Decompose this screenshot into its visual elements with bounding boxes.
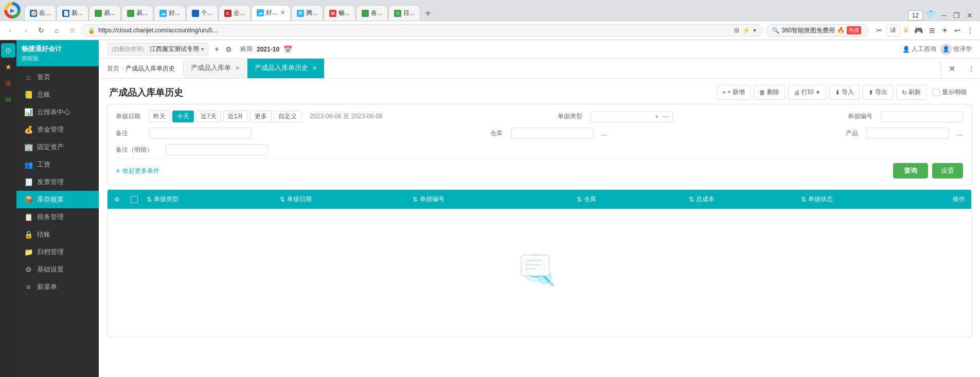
nav-item-basic-settings[interactable]: ⚙ 基础设置 bbox=[16, 261, 99, 278]
nav-item-payroll[interactable]: 👥 工资 bbox=[16, 156, 99, 173]
browser-tab-3[interactable]: 易... bbox=[89, 5, 121, 21]
nav-item-fund-mgmt[interactable]: 💰 资金管理 bbox=[16, 121, 99, 138]
date-btn-more[interactable]: 更多 bbox=[250, 111, 272, 122]
browser-tab-8[interactable]: ☁ 好... ✕ bbox=[251, 5, 291, 21]
date-btn-today[interactable]: 今天 bbox=[172, 111, 194, 122]
forward-button[interactable]: › bbox=[20, 24, 32, 37]
browser-tab-12[interactable]: S 目... bbox=[388, 5, 420, 21]
hot-label: 热搜 bbox=[847, 26, 861, 34]
home-nav-button[interactable]: ⌂ bbox=[50, 24, 63, 37]
nav-item-home[interactable]: ⌂ 首页 bbox=[16, 68, 99, 86]
date-btn-yesterday[interactable]: 昨天 bbox=[149, 111, 170, 122]
browser-tab-6[interactable]: 个... bbox=[186, 5, 218, 21]
delete-btn[interactable]: 🗑 删除 bbox=[754, 85, 785, 100]
tab-history-close[interactable]: ✕ bbox=[312, 65, 317, 71]
date-btn-custom[interactable]: 自定义 bbox=[274, 111, 301, 122]
collapse-btn[interactable]: ∧ 收起更多条件 bbox=[116, 167, 159, 175]
back-button[interactable]: ‹ bbox=[4, 24, 16, 37]
th-number[interactable]: ⇅ 单据编号 bbox=[408, 190, 573, 209]
company-select[interactable]: (勿删勿禁用） 江西服宝测试专用 ▾ bbox=[107, 43, 208, 56]
product-dots[interactable]: ... bbox=[957, 129, 963, 137]
calendar-icon[interactable]: 📅 bbox=[283, 45, 292, 53]
breadcrumb-home[interactable]: 首页 bbox=[107, 64, 119, 73]
browser-tab-2[interactable]: 📄 新... bbox=[57, 5, 88, 21]
panel-close-area: 首页 › 产成品入库单历史 产成品入库单 ✕ 产成品入库单历史 bbox=[99, 59, 980, 79]
nav-item-general-ledger[interactable]: 📒 总账 bbox=[16, 86, 99, 103]
minimize-button[interactable]: ─ bbox=[938, 10, 950, 21]
date-btn-7days[interactable]: 近7天 bbox=[196, 111, 221, 122]
dropdown-arrow[interactable]: ▾ bbox=[753, 27, 756, 34]
add-btn[interactable]: + + 新增 bbox=[717, 85, 751, 100]
new-tab-button[interactable]: + bbox=[421, 6, 435, 21]
tab-action-shirt[interactable]: 👕 bbox=[923, 9, 938, 21]
print-btn[interactable]: 🖨 打印 ▼ bbox=[788, 85, 826, 100]
browser-tab-5[interactable]: ☁ 好... bbox=[154, 5, 186, 21]
remarks-detail-input[interactable] bbox=[165, 144, 268, 155]
import-btn[interactable]: ⬇ 导入 bbox=[829, 85, 860, 100]
voucher-no-input[interactable] bbox=[881, 111, 963, 122]
browser-tab-10[interactable]: M 畅... bbox=[324, 5, 355, 21]
icon-sidebar-item-1[interactable]: ⊙ bbox=[1, 43, 15, 58]
th-cost[interactable]: ⇅ 总成本 bbox=[685, 190, 797, 209]
undo-tool[interactable]: ↩ bbox=[952, 25, 963, 35]
th-gear[interactable]: ⚙ bbox=[108, 191, 126, 208]
url-bar[interactable]: 🔒 https://cloud.chanjet.com/accounting/u… bbox=[81, 24, 763, 37]
date-btn-1month[interactable]: 近1月 bbox=[223, 111, 248, 122]
page-tab-history[interactable]: 产成品入库单历史 ✕ bbox=[247, 59, 324, 78]
nav-item-report-center[interactable]: 📊 云报表中心 bbox=[16, 103, 99, 121]
yen-tool[interactable]: ¥ bbox=[902, 25, 910, 35]
nav-item-invoice-mgmt[interactable]: 🧾 发票管理 bbox=[16, 173, 99, 191]
voucher-type-select[interactable]: ▾ ⋯ bbox=[591, 111, 673, 122]
icon-sidebar-item-2[interactable]: ★ bbox=[1, 60, 15, 74]
add-company-btn[interactable]: + bbox=[212, 45, 221, 54]
nav-item-inventory[interactable]: 📦 库存核算 bbox=[16, 191, 99, 208]
consultant-link[interactable]: 👤 人工咨询 bbox=[902, 45, 936, 53]
panel-close-btn[interactable]: ✕ bbox=[941, 61, 963, 77]
theme-tool[interactable]: ☀ bbox=[939, 25, 950, 35]
nav-item-closing[interactable]: 🔒 结账 bbox=[16, 226, 99, 243]
th-type[interactable]: ⇅ 单据类型 bbox=[142, 190, 276, 209]
nav-item-tax-mgmt[interactable]: 📋 税务管理 bbox=[16, 208, 99, 226]
close-button[interactable]: ✕ bbox=[964, 10, 976, 21]
nav-item-new-menu[interactable]: ≡ 新菜单 bbox=[16, 278, 99, 296]
query-btn[interactable]: 查询 bbox=[893, 163, 928, 178]
th-status[interactable]: ⇅ 单据状态 bbox=[797, 190, 930, 209]
tab-list-close[interactable]: ✕ bbox=[235, 65, 240, 71]
browser-tab-9[interactable]: 腾 腾... bbox=[291, 5, 323, 21]
game-tool[interactable]: 🎮 bbox=[912, 25, 925, 35]
product-input[interactable] bbox=[866, 128, 949, 139]
refresh-btn[interactable]: ↻ 刷新 bbox=[896, 85, 926, 100]
display-checkbox[interactable] bbox=[933, 89, 940, 96]
settings-tool[interactable]: ⋮ bbox=[965, 25, 976, 35]
browser-tab-11[interactable]: 各... bbox=[356, 5, 388, 21]
scissor-tool[interactable]: ✂ bbox=[874, 25, 884, 35]
nav-item-fixed-assets[interactable]: 🏢 固定资产 bbox=[16, 138, 99, 156]
search-bar[interactable]: 🔍 360智能抠图免费用 🔥 热搜 bbox=[766, 24, 869, 37]
icon-sidebar-item-4[interactable]: ✉ bbox=[1, 93, 15, 107]
translate-tool[interactable]: 译 bbox=[886, 25, 900, 37]
setting-filter-btn[interactable]: 设置 bbox=[932, 163, 963, 178]
refresh-nav-button[interactable]: ↻ bbox=[35, 24, 47, 37]
icon-sidebar-item-3[interactable]: 微 bbox=[1, 76, 15, 91]
nav-item-archive-mgmt[interactable]: 📁 归档管理 bbox=[16, 243, 99, 261]
new-menu-icon: ≡ bbox=[24, 283, 33, 291]
browser-tab-1[interactable]: 🧭 在... bbox=[24, 5, 56, 21]
restore-button[interactable]: ❐ bbox=[950, 10, 963, 21]
settings-btn[interactable]: ⚙ bbox=[225, 45, 232, 53]
browser-tab-4[interactable]: 易... bbox=[121, 5, 153, 21]
warehouse-input[interactable] bbox=[511, 128, 593, 139]
tab-close-8[interactable]: ✕ bbox=[280, 9, 285, 16]
bookmark-button[interactable]: ☆ bbox=[66, 24, 78, 37]
export-btn[interactable]: ⬆ 导出 bbox=[863, 85, 893, 100]
th-checkbox[interactable] bbox=[126, 191, 142, 208]
browser-tab-7[interactable]: C 企... bbox=[219, 5, 251, 21]
user-avatar-area[interactable]: 👤 徐泽华 bbox=[940, 44, 972, 55]
panel-more-btn[interactable]: ⋮ bbox=[963, 61, 980, 76]
page-tab-list[interactable]: 产成品入库单 ✕ bbox=[184, 59, 247, 78]
th-warehouse[interactable]: ⇅ 仓库 bbox=[573, 190, 685, 209]
grid-tool[interactable]: ⊞ bbox=[927, 25, 937, 35]
th-date[interactable]: ⇅ 单据日期 bbox=[276, 190, 409, 209]
warehouse-dots[interactable]: ... bbox=[601, 129, 608, 137]
remarks-input[interactable] bbox=[149, 128, 252, 139]
display-toggle[interactable]: 显示明细 bbox=[930, 85, 970, 99]
